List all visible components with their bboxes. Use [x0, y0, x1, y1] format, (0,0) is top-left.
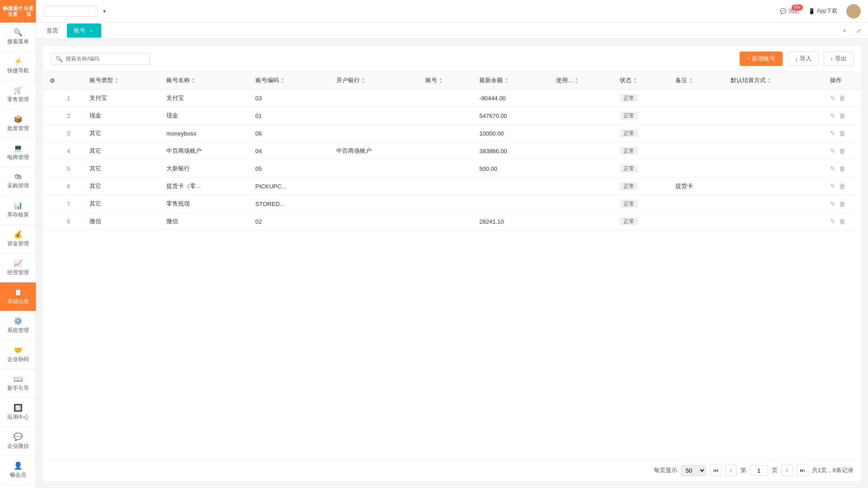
member-icon: 👤 [14, 461, 23, 470]
sidebar-item-wholesale-manage[interactable]: 📦 批发管理 [0, 109, 36, 138]
sidebar-item-finance-manage[interactable]: 💰 资金管理 [0, 225, 36, 253]
page-size-select[interactable]: 50 100 200 [681, 465, 706, 476]
col-type[interactable]: 账号类型▲▼ [84, 72, 161, 89]
row-name-cell: moneybosx [161, 125, 250, 142]
app-icon: 📱 [808, 8, 815, 14]
delete-button[interactable]: 🗑 [839, 94, 845, 102]
row-code-cell: PICKUPC... [250, 178, 331, 195]
col-status[interactable]: 状态▲▼ [614, 72, 670, 89]
tab-account-close[interactable]: × [88, 28, 94, 34]
sidebar-item-app-center[interactable]: 🔲 应用中心 [0, 398, 36, 427]
header-dropdown[interactable]: ▾ [103, 8, 106, 14]
row-balance-cell: 10000.00 [474, 125, 551, 142]
delete-button[interactable]: 🗑 [839, 147, 845, 155]
table-row: 4 其它 中百商场账户 04 中百商场账户 383866.00 正常 ✎ 🗑 [43, 142, 861, 160]
row-index-cell: 3 [61, 125, 84, 142]
delete-button[interactable]: 🗑 [839, 200, 845, 207]
app-download-button[interactable]: 📱 App下载 [808, 7, 837, 15]
prev-page-button[interactable]: ‹ [725, 465, 737, 476]
sidebar-item-member[interactable]: 👤 畅会员 [0, 456, 36, 485]
sidebar-item-new-guide[interactable]: 📖 新手引导 [0, 369, 36, 398]
col-usage[interactable]: 使用...▲▼ [551, 72, 614, 89]
add-account-button[interactable]: + 新增账号 [740, 52, 783, 66]
import-button[interactable]: ↓ 导入 [788, 52, 818, 66]
row-bank-cell [331, 178, 420, 195]
row-account-cell [420, 178, 474, 195]
delete-button[interactable]: 🗑 [839, 112, 845, 119]
purchase-manage-icon: 🛍 [14, 173, 22, 181]
user-avatar[interactable] [846, 4, 861, 19]
sidebar-item-label: 企业微信 [7, 442, 29, 450]
sidebar-item-inventory-calc[interactable]: 📊 库存核算 [0, 196, 36, 225]
row-default-settle-cell [725, 89, 825, 107]
close-all-icon: × [843, 27, 846, 34]
col-name[interactable]: 账号名称▲▼ [161, 72, 250, 89]
col-remark[interactable]: 备注▲▼ [670, 72, 725, 89]
col-account[interactable]: 账号▲▼ [420, 72, 474, 89]
edit-button[interactable]: ✎ [830, 94, 835, 102]
row-index-cell: 6 [61, 178, 84, 195]
row-name-cell: 支付宝 [161, 89, 250, 107]
sidebar-item-quick-nav[interactable]: ⚡ 快捷导航 [0, 52, 36, 80]
add-button-label: + 新增账号 [747, 55, 775, 63]
header-search-input[interactable] [43, 6, 98, 17]
row-balance-cell: -90444.00 [474, 89, 551, 107]
edit-button[interactable]: ✎ [830, 112, 835, 119]
row-code-cell: STORED... [250, 195, 331, 213]
header-left: ▾ [43, 6, 106, 17]
row-name-cell: 零售抵现 [161, 195, 250, 213]
delete-button[interactable]: 🗑 [839, 183, 845, 190]
edit-button[interactable]: ✎ [830, 165, 835, 172]
sidebar-item-operation-manage[interactable]: 📈 经营管理 [0, 253, 36, 282]
edit-button[interactable]: ✎ [830, 200, 835, 207]
sidebar-item-enterprise-agreement[interactable]: 🤝 企业协同 [0, 340, 36, 369]
sort-bank-icon: ▲▼ [362, 77, 365, 84]
col-settings[interactable]: ⚙ [43, 72, 61, 89]
last-page-button[interactable]: ⏭ [797, 465, 808, 476]
col-code[interactable]: 账号编码▲▼ [250, 72, 331, 89]
export-button[interactable]: ↑ 导出 [824, 52, 854, 66]
sidebar-item-basic-info[interactable]: 📋 基础信息 [0, 282, 36, 311]
edit-button[interactable]: ✎ [830, 147, 835, 155]
sidebar-item-system-manage[interactable]: ⚙️ 系统管理 [0, 311, 36, 340]
tab-close-all-button[interactable]: × [839, 25, 850, 36]
message-button[interactable]: 💬 消息 99+ [780, 7, 799, 15]
row-balance-cell: 28241.10 [474, 213, 551, 230]
col-default-settle[interactable]: 默认结算方式▲▼ [725, 72, 825, 89]
sort-type-icon: ▲▼ [115, 77, 118, 84]
current-page-input[interactable] [750, 465, 768, 476]
tab-account[interactable]: 账号 × [67, 23, 101, 38]
tab-home[interactable]: 首页 [40, 23, 65, 38]
delete-button[interactable]: 🗑 [839, 130, 845, 137]
tab-maximize-button[interactable]: ⤢ [854, 25, 864, 36]
row-status-cell: 正常 [614, 89, 670, 107]
sidebar-item-search-menu[interactable]: 🔍 搜索菜单 [0, 23, 36, 52]
edit-button[interactable]: ✎ [830, 183, 835, 190]
col-bank[interactable]: 开户银行▲▼ [331, 72, 420, 89]
row-usage-cell [551, 178, 614, 195]
sidebar-item-enterprise-wechat[interactable]: 💬 企业微信 [0, 427, 36, 456]
sidebar-item-ecommerce-manage[interactable]: 💻 电商管理 [0, 138, 36, 167]
delete-button[interactable]: 🗑 [839, 165, 845, 172]
row-bank-cell: 中百商场账户 [331, 142, 420, 160]
row-type-cell: 现金 [84, 107, 161, 125]
search-box[interactable]: 🔍 [51, 53, 150, 65]
row-bank-cell [331, 125, 420, 142]
action-buttons: ✎ 🗑 [830, 183, 855, 190]
first-page-button[interactable]: ⏮ [710, 465, 722, 476]
delete-button[interactable]: 🗑 [839, 218, 845, 225]
next-page-button[interactable]: › [781, 465, 793, 476]
search-input[interactable] [66, 56, 145, 62]
sidebar-item-retail-manage[interactable]: 🛒 零售管理 [0, 80, 36, 109]
sidebar-item-purchase-manage[interactable]: 🛍 采购管理 [0, 167, 36, 196]
row-type-cell: 其它 [84, 125, 161, 142]
col-balance[interactable]: 最新余额▲▼ [474, 72, 551, 89]
edit-button[interactable]: ✎ [830, 218, 835, 225]
edit-button[interactable]: ✎ [830, 130, 835, 137]
status-badge: 正常 [620, 200, 638, 208]
row-settings-cell [43, 89, 61, 107]
row-status-cell: 正常 [614, 125, 670, 142]
row-default-settle-cell [725, 213, 825, 230]
main-area: ▾ 💬 消息 99+ 📱 App下载 首页 账号 × × [36, 0, 868, 488]
row-bank-cell [331, 213, 420, 230]
